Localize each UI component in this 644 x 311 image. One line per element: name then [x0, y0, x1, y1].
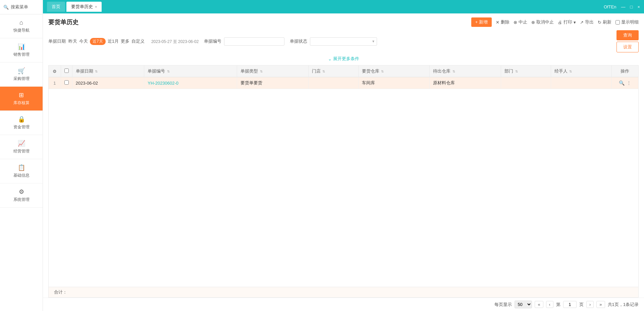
view-button[interactable]: 🔍	[619, 80, 625, 86]
sidebar-item-purchase[interactable]: 🛒 采购管理	[0, 62, 43, 87]
sidebar-item-label: 系统管理	[13, 197, 30, 203]
table-footer: 合计：	[48, 287, 639, 298]
status-select[interactable]	[310, 37, 377, 46]
current-tab-label: 要货单历史	[71, 4, 93, 10]
often-label: OfTEn	[604, 4, 616, 9]
sidebar-item-basic[interactable]: 📋 基础信息	[0, 159, 43, 183]
expand-icon: ⌄	[328, 56, 332, 61]
date-shortcuts: 昨天 今天 近7天 近1月 更多 自定义	[68, 38, 145, 45]
footer-total-label: 合计：	[54, 290, 67, 295]
page-size-select[interactable]: 50 100 200	[515, 301, 532, 308]
current-tab[interactable]: 要货单历史 ×	[66, 2, 102, 12]
date-label: 单据日期	[48, 38, 66, 44]
export-icon: ↗	[580, 20, 584, 25]
prev-page-button[interactable]: ‹	[546, 301, 553, 308]
page-title: 要货单历史	[48, 18, 78, 26]
stop-button[interactable]: ⊗ 中止	[514, 19, 527, 25]
shortcut-custom[interactable]: 自定义	[131, 38, 145, 44]
sidebar-item-quick-nav[interactable]: ⌂ 快捷导航	[0, 14, 43, 38]
last-page-button[interactable]: »	[596, 301, 605, 308]
goto-word: 第	[556, 302, 560, 308]
shortcut-more[interactable]: 更多	[121, 38, 129, 44]
cell-store	[308, 77, 358, 89]
doc-number-filter: 单据编号	[204, 37, 284, 46]
show-detail-input[interactable]	[615, 20, 620, 25]
tab-close-button[interactable]: ×	[95, 5, 97, 9]
filter-settings-button[interactable]: 设置	[616, 42, 639, 52]
cell-pending-warehouse: 原材料仓库	[430, 77, 501, 89]
operations-icon: 📈	[18, 140, 25, 147]
sidebar-item-label: 采购管理	[13, 76, 30, 82]
shortcut-1month[interactable]: 近1月	[108, 38, 119, 44]
more-button[interactable]: ⋮	[627, 80, 631, 86]
cell-doc-number: YH-20230602-0	[144, 77, 237, 89]
page-word: 页	[579, 302, 584, 308]
cell-department	[501, 77, 551, 89]
cell-handler	[551, 77, 611, 89]
table-container: ⚙ 单据日期 ⇅ 单据编号 ⇅	[48, 65, 639, 287]
sales-icon: 📊	[18, 43, 25, 50]
minimize-button[interactable]: —	[621, 4, 626, 9]
sidebar-item-inventory[interactable]: ⊞ 库存核算	[0, 87, 43, 111]
next-page-button[interactable]: ›	[586, 301, 594, 308]
sidebar-item-label: 经营管理	[13, 148, 30, 154]
col-doc-number[interactable]: 单据编号 ⇅	[144, 65, 237, 77]
col-handler[interactable]: 经手人 ⇅	[551, 65, 611, 77]
shortcut-yesterday[interactable]: 昨天	[68, 38, 77, 44]
inventory-icon: ⊞	[19, 91, 24, 99]
col-pending-warehouse[interactable]: 待出仓库 ⇅	[430, 65, 501, 77]
delete-button[interactable]: ✕ 删除	[496, 19, 509, 25]
sidebar-item-label: 快捷导航	[13, 28, 30, 33]
sidebar-item-label: 资金管理	[13, 124, 30, 130]
table-row: 1 2023-06-02 YH-20230602-0 要货单要货 车间库 原材料…	[49, 77, 638, 89]
topbar-right: OfTEn — □ ×	[604, 4, 640, 9]
cancel-stop-button[interactable]: ⊗ 取消中止	[531, 19, 554, 25]
print-icon: 🖨	[558, 20, 562, 25]
print-dropdown-icon: ▾	[574, 20, 576, 25]
window-close-button[interactable]: ×	[637, 4, 640, 9]
new-button[interactable]: + 新增	[471, 17, 492, 27]
sidebar-item-label: 基础信息	[13, 173, 30, 178]
show-detail-checkbox[interactable]: 显示明细	[615, 19, 639, 25]
sidebar-search[interactable]: 🔍 搜索菜单	[0, 0, 43, 14]
shortcut-today[interactable]: 今天	[79, 38, 88, 44]
col-settings[interactable]: ⚙	[49, 65, 61, 77]
col-req-warehouse[interactable]: 要货仓库 ⇅	[358, 65, 430, 77]
row-num: 1	[49, 77, 61, 89]
cell-operation: 🔍 ⋮	[611, 77, 638, 89]
print-button[interactable]: 🖨 打印 ▾	[558, 19, 576, 25]
expand-more-button[interactable]: ⌄ 展开更多条件	[328, 56, 359, 62]
home-tab[interactable]: 首页	[47, 2, 65, 12]
row-checkbox[interactable]	[64, 80, 69, 85]
shortcut-7days[interactable]: 近7天	[90, 38, 106, 45]
sort-icon: ⇅	[260, 70, 263, 73]
filter-expand-row: ⌄ 展开更多条件	[48, 54, 639, 62]
sidebar-item-system[interactable]: ⚙ 系统管理	[0, 183, 43, 208]
query-button[interactable]: 查询	[616, 30, 639, 40]
first-page-button[interactable]: «	[535, 301, 543, 308]
filter-area: 单据日期 昨天 今天 近7天 近1月 更多 自定义 2023-05-27 至 2…	[43, 27, 644, 65]
sort-icon: ⇅	[452, 70, 455, 73]
doc-number-link[interactable]: YH-20230602-0	[148, 81, 178, 86]
refresh-button[interactable]: ↻ 刷新	[598, 19, 611, 25]
date-range-text: 2023-05-27 至 2023-06-02	[151, 39, 199, 45]
col-checkbox	[61, 65, 72, 77]
doc-number-input[interactable]	[224, 37, 284, 46]
basic-icon: 📋	[18, 164, 25, 171]
page-header: 要货单历史 + 新增 ✕ 删除 ⊗ 中止 ⊗ 取消中止 🖨 打印	[43, 13, 644, 27]
col-department[interactable]: 部门 ⇅	[501, 65, 551, 77]
export-button[interactable]: ↗ 导出	[580, 19, 594, 25]
sidebar-item-operations[interactable]: 📈 经营管理	[0, 135, 43, 159]
sidebar-item-sales[interactable]: 📊 销售管理	[0, 38, 43, 62]
sidebar-item-finance[interactable]: 🔒 资金管理	[0, 111, 43, 135]
home-icon: ⌂	[19, 19, 23, 26]
main-area: 首页 要货单历史 × OfTEn — □ × 要货单历史 + 新增 ✕ 删除 ⊗	[43, 0, 644, 311]
page-number-input[interactable]	[563, 301, 577, 308]
col-doc-type[interactable]: 单据类型 ⇅	[237, 65, 309, 77]
cell-doc-type: 要货单要货	[237, 77, 309, 89]
col-store[interactable]: 门店 ⇅	[308, 65, 358, 77]
col-doc-date[interactable]: 单据日期 ⇅	[72, 65, 144, 77]
home-tab-label: 首页	[52, 4, 60, 10]
maximize-button[interactable]: □	[630, 4, 633, 9]
select-all-checkbox[interactable]	[64, 69, 69, 73]
